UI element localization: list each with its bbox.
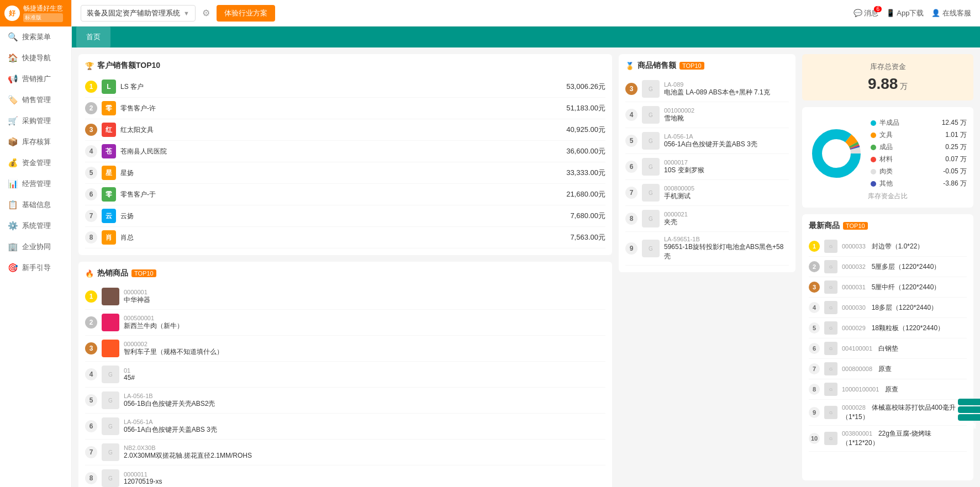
- product-info: 01 45#: [124, 367, 135, 382]
- avatar: 红: [102, 123, 116, 137]
- product-info: 004100001 白钢垫: [842, 344, 898, 353]
- list-item: 5 G 0000029 18颗粒板（1220*2440）: [809, 318, 967, 338]
- product-code: 10000100001: [842, 386, 879, 393]
- top-bar: 装备及固定资产辅助管理系统 ▼ ⚙ 体验行业方案 💬 消息 6 📱 App下载 …: [72, 0, 980, 27]
- list-item: 8 G 0000011 12070519-xs: [85, 465, 605, 487]
- rank-number: 1: [809, 241, 820, 252]
- sidebar-item-基础信息[interactable]: 📋基础信息: [0, 194, 71, 215]
- list-item: 8 G 0000021 夹壳: [625, 206, 789, 232]
- product-name: 5厘中纤（1220*2440）: [872, 283, 941, 291]
- service-icon: 👤: [931, 9, 940, 17]
- settings-icon[interactable]: ⚙: [202, 8, 210, 18]
- product-code: 0000021: [664, 211, 688, 218]
- legend-name: 其他: [879, 179, 940, 188]
- product-image-placeholder: G: [102, 469, 119, 487]
- product-info: 0000011 12070519-xs: [124, 471, 162, 485]
- tab-首页[interactable]: 首页: [76, 27, 110, 47]
- trophy-icon: 🏆: [85, 62, 94, 70]
- rank-number: 8: [85, 472, 97, 484]
- system-select[interactable]: 装备及固定资产辅助管理系统 ▼: [81, 5, 196, 22]
- nav-label: 搜索菜单: [22, 32, 51, 42]
- rank-number: 8: [85, 231, 97, 244]
- list-item: 4 G 01 45#: [85, 362, 605, 388]
- float-btn-服务社区[interactable]: 服务社区: [958, 406, 980, 413]
- product-name: 封边带（1.0*22）: [872, 242, 924, 250]
- rank-number: 1: [85, 81, 97, 93]
- sales-amount: 33,333.00元: [566, 168, 605, 178]
- legend-name: 成品: [879, 142, 942, 152]
- product-name: 056-1A白色按键开关盖ABS 3壳: [664, 140, 757, 149]
- product-info: 000800008 原查: [842, 364, 892, 374]
- sidebar-item-库存核算[interactable]: 📦库存核算: [0, 131, 71, 152]
- sidebar-item-采购管理[interactable]: 🛒采购管理: [0, 110, 71, 131]
- nav-label: 采购管理: [22, 116, 51, 126]
- customer-name: 零售客户-许: [120, 104, 562, 113]
- product-image-placeholder: G: [824, 321, 837, 335]
- sidebar-item-经营管理[interactable]: 📊经营管理: [0, 173, 71, 194]
- avatar: 星: [102, 166, 116, 180]
- rank-number: 6: [625, 161, 637, 173]
- product-name: 10S 变刺罗猴: [664, 166, 704, 175]
- product-image-placeholder: G: [642, 158, 660, 176]
- sidebar-item-搜索菜单[interactable]: 🔍搜索菜单: [0, 27, 71, 47]
- sidebar-item-新手引导[interactable]: 🎯新手引导: [0, 257, 71, 278]
- sidebar-item-资金管理[interactable]: 💰资金管理: [0, 152, 71, 173]
- avatar: 零: [102, 187, 116, 202]
- product-image: [102, 288, 119, 305]
- sales-amount: 51,183.00元: [566, 103, 605, 113]
- list-item: 2 G 0000032 5厘多层（1220*2440）: [809, 257, 967, 277]
- product-name: 中华神器: [124, 295, 150, 305]
- sales-rank-title: 客户销售额TOP10: [97, 61, 160, 71]
- product-code: 001000002: [664, 107, 694, 114]
- customer-name: 肖总: [120, 233, 566, 242]
- list-item: 7 G NB2.0X30B 2.0X30MM双搓花轴.搓花直径2.1MM/ROH…: [85, 440, 605, 465]
- top10-badge: TOP10: [131, 269, 156, 277]
- logo-badge: 标准版: [23, 13, 63, 22]
- online-service[interactable]: 👤 在线客服: [931, 8, 971, 18]
- rank-number: 4: [85, 145, 97, 157]
- stock-total-unit: 万: [900, 82, 908, 91]
- nav-label: 基础信息: [22, 200, 51, 210]
- product-code: 000800005: [664, 185, 694, 192]
- list-item: 9 G 0000028 体械嘉校味苏打饮品400毫升（1*15）: [809, 400, 967, 426]
- sales-amount: 53,006.26元: [566, 82, 605, 92]
- product-image-placeholder: G: [824, 383, 837, 396]
- float-btn-直播[interactable]: 直播: [958, 414, 980, 421]
- rank-number: 4: [625, 109, 637, 121]
- product-info: 0000021 夹壳: [664, 211, 688, 227]
- stock-total-value-row: 9.88 万: [811, 75, 965, 93]
- new-products-header: 最新商品 TOP10: [809, 221, 967, 231]
- legend-name: 材料: [879, 155, 942, 164]
- product-code: 0000017: [664, 159, 704, 166]
- content-main: 🏆 客户销售额TOP10 1 L LS 客户 53,006.26元 2 零 零售…: [72, 47, 980, 487]
- product-code: LA-056-1A: [124, 419, 217, 425]
- sales-rank-panel: 🏆 客户销售额TOP10 1 L LS 客户 53,006.26元 2 零 零售…: [78, 54, 612, 255]
- product-info: 0000029 18颗粒板（1220*2440）: [842, 324, 944, 333]
- trial-button[interactable]: 体验行业方案: [217, 5, 275, 22]
- sidebar-item-营销推广[interactable]: 📢营销推广: [0, 68, 71, 89]
- rank-number: 9: [625, 242, 637, 255]
- sidebar-item-快捷导航[interactable]: 🏠快捷导航: [0, 47, 71, 68]
- product-name: 白钢垫: [878, 345, 898, 352]
- stock-total-label: 库存总资金: [811, 62, 965, 72]
- list-item: 5 G LA-056-1A 056-1A白色按键开关盖ABS 3壳: [625, 128, 789, 154]
- app-download[interactable]: 📱 App下载: [886, 8, 924, 18]
- product-image-placeholder: G: [824, 342, 837, 355]
- product-image-placeholder: G: [102, 391, 119, 409]
- sidebar-item-系统管理[interactable]: ⚙️系统管理: [0, 215, 71, 236]
- float-btn-客服热线[interactable]: 客服热线: [958, 399, 980, 405]
- product-image-placeholder: G: [824, 406, 837, 419]
- legend-color: [871, 145, 876, 150]
- product-name: 45#: [124, 374, 135, 382]
- list-item: 4 G 0000030 18多层（1220*2440）: [809, 298, 967, 318]
- legend-name: 文具: [879, 130, 942, 140]
- message-wrap[interactable]: 💬 消息 6: [853, 8, 879, 18]
- legend-item: 肉类 -0.05 万: [871, 167, 967, 176]
- sidebar-item-企业协同[interactable]: 🏢企业协同: [0, 236, 71, 257]
- legend-item: 文具 1.01 万: [871, 130, 967, 140]
- nav-icon: 🏷️: [8, 95, 18, 105]
- nav-label: 资金管理: [22, 158, 51, 168]
- avatar: 苍: [102, 144, 116, 158]
- product-code: 0000002: [124, 341, 223, 347]
- sidebar-item-销售管理[interactable]: 🏷️销售管理: [0, 89, 71, 110]
